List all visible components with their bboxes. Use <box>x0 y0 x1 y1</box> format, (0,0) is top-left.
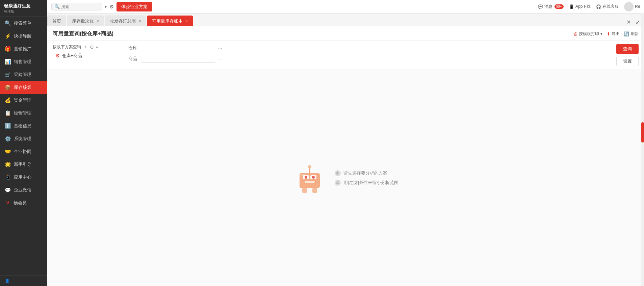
sidebar-bottom[interactable]: 👤 <box>0 276 47 286</box>
sidebar-logo: 畅康通好生意 标准版 <box>0 0 47 17</box>
print-dropdown-icon[interactable]: ▾ <box>600 32 602 36</box>
filter-fields: 仓库 ··· 商品 ··· <box>124 44 612 63</box>
export-btn[interactable]: ⬆ 导出 <box>607 31 620 37</box>
sidebar-item-inventory[interactable]: 📦 库存核算 <box>0 81 47 94</box>
trial-btn[interactable]: 体验行业方案 <box>117 2 152 11</box>
username: Rit <box>635 4 640 9</box>
sidebar-item-label: 经营管理 <box>14 110 31 116</box>
add-scheme-icon[interactable]: ＋ <box>83 44 88 50</box>
app-download-label: App下载 <box>575 4 591 9</box>
product-input[interactable] <box>141 55 215 63</box>
online-service-btn[interactable]: 🎧 在线客服 <box>596 4 619 9</box>
tab-label: 可用量库存账本 <box>152 18 183 24</box>
product-dots[interactable]: ··· <box>218 56 222 61</box>
tab-close-icon[interactable]: × <box>139 19 141 24</box>
robot-svg <box>293 161 327 195</box>
clipboard-icon: 📋 <box>5 110 11 116</box>
search-box[interactable]: 🔍 <box>51 3 102 10</box>
tab-close-icon[interactable]: × <box>97 19 99 24</box>
sidebar-item-member[interactable]: V 畅会员 <box>0 197 47 209</box>
sidebar-item-label: 资金管理 <box>14 97 31 103</box>
tabs-actions: ✕ ⤢ <box>622 18 644 26</box>
search-input[interactable] <box>61 4 95 9</box>
filter-row-warehouse: 仓库 ··· <box>128 44 608 52</box>
app-download-btn[interactable]: 📱 App下载 <box>569 4 591 9</box>
hint-num-1: ① <box>335 170 341 176</box>
chart-icon: 📊 <box>5 59 11 65</box>
sidebar-item-label: 新手引导 <box>14 161 31 167</box>
sidebar-item-marketing[interactable]: 🎁 营销推广 <box>0 43 47 55</box>
hint-text-1: 请先选择要分析的方案 <box>343 170 387 176</box>
page-header: 可用量查询(按仓库+商品) 🖨 按模板打印 ▾ ⬆ 导出 🔄 刷新 <box>47 26 644 41</box>
phone-icon: 📱 <box>5 174 11 180</box>
info-icon: ℹ️ <box>5 123 11 129</box>
phone-icon: 📱 <box>569 4 574 9</box>
sidebar-item-label: 库存核算 <box>14 84 31 90</box>
page-header-actions: 🖨 按模板打印 ▾ ⬆ 导出 🔄 刷新 <box>573 31 639 37</box>
star-icon: 🌟 <box>5 161 11 167</box>
refresh-btn[interactable]: 🔄 刷新 <box>624 31 639 37</box>
message-btn[interactable]: 💬 消息 99+ <box>538 4 564 9</box>
warehouse-label: 仓库 <box>128 45 138 51</box>
filter-settings-btn[interactable]: 设置 <box>616 56 639 66</box>
sidebar-item-ops[interactable]: 📋 经营管理 <box>0 107 47 120</box>
gear-icon: ⚙️ <box>5 136 11 142</box>
right-scrollbar[interactable] <box>641 13 644 286</box>
warehouse-dots[interactable]: ··· <box>218 45 222 51</box>
scheme-label: 仓库+商品 <box>62 53 82 59</box>
settings-icon[interactable]: ⚙ <box>109 4 114 10</box>
close-all-tabs-btn[interactable]: ✕ <box>625 18 632 26</box>
sidebar-item-system[interactable]: ⚙️ 系统管理 <box>0 132 47 145</box>
scheme-settings-icon[interactable]: ⊙ <box>90 44 94 50</box>
query-btn[interactable]: 查询 <box>616 44 639 54</box>
sidebar-item-corp[interactable]: 🤝 企业协同 <box>0 145 47 158</box>
sidebar-item-sales[interactable]: 📊 销售管理 <box>0 55 47 68</box>
dropdown-arrow[interactable]: ▾ <box>105 4 107 9</box>
sidebar-item-basic[interactable]: ℹ️ 基础信息 <box>0 120 47 132</box>
sidebar-item-guide[interactable]: 🌟 新手引导 <box>0 158 47 171</box>
main-area: 🔍 ▾ ⚙ 体验行业方案 💬 消息 99+ 📱 App下载 🎧 在线客服 Rit <box>47 0 644 286</box>
sidebar-item-apps[interactable]: 📱 应用中心 <box>0 171 47 184</box>
empty-state: ① 请先选择要分析的方案 ② 用[过滤]条件来缩小分析范围 <box>47 70 644 286</box>
handshake-icon: 🤝 <box>5 149 11 155</box>
filter-row-product: 商品 ··· <box>128 55 608 63</box>
tab-home[interactable]: 首页 <box>47 16 66 26</box>
svg-rect-5 <box>305 181 315 183</box>
scheme-item-warehouse-product[interactable]: ⚙ 仓库+商品 <box>53 51 115 60</box>
maximize-btn[interactable]: ⤢ <box>634 18 641 26</box>
message-label: 消息 <box>544 4 552 9</box>
sidebar: 畅康通好生意 标准版 🔍 搜索菜单 ⚡ 快捷导航 🎁 营销推广 📊 销售管理 🛒… <box>0 0 47 286</box>
page-title: 可用量查询(按仓库+商品) <box>53 30 113 37</box>
message-badge: 99+ <box>555 4 564 9</box>
product-label: 商品 <box>128 56 138 62</box>
sidebar-item-quick-nav[interactable]: ⚡ 快捷导航 <box>0 30 47 43</box>
tab-close-icon[interactable]: × <box>185 19 188 24</box>
cart-icon: 🛒 <box>5 72 11 78</box>
sidebar-item-label: 基础信息 <box>14 123 31 129</box>
sidebar-item-label: 系统管理 <box>14 136 31 142</box>
print-btn[interactable]: 🖨 按模板打印 ▾ <box>573 31 602 37</box>
sidebar-scroll: 🔍 搜索菜单 ⚡ 快捷导航 🎁 营销推广 📊 销售管理 🛒 采购管理 📦 库存核… <box>0 17 47 276</box>
export-label: 导出 <box>612 31 620 37</box>
svg-point-3 <box>305 176 307 179</box>
sidebar-item-finance[interactable]: 💰 资金管理 <box>0 94 47 107</box>
sidebar-item-label: 应用中心 <box>14 174 31 180</box>
online-service-label: 在线客服 <box>602 4 619 9</box>
filter-section-label: 按以下方案查询 ＋ ⊙ « <box>53 44 115 50</box>
collapse-icon[interactable]: « <box>96 44 99 50</box>
empty-hint-1: ① 请先选择要分析的方案 <box>335 170 398 176</box>
sidebar-item-search[interactable]: 🔍 搜索菜单 <box>0 17 47 30</box>
tab-available-qty[interactable]: 可用量库存账本 × <box>147 16 193 26</box>
warehouse-input[interactable] <box>141 44 215 52</box>
scheme-icon: ⚙ <box>55 53 60 59</box>
headset-icon: 🎧 <box>596 4 601 9</box>
svg-rect-8 <box>302 188 307 193</box>
sidebar-item-purchase[interactable]: 🛒 采购管理 <box>0 68 47 81</box>
lightning-icon: ⚡ <box>5 33 11 39</box>
user-avatar[interactable]: Rit <box>624 2 640 11</box>
sidebar-bottom-icon: 👤 <box>5 279 10 283</box>
tab-batch-account[interactable]: 库存批次账 × <box>67 16 104 26</box>
tab-label: 收发存汇总表 <box>110 18 136 24</box>
sidebar-item-wechat[interactable]: 💬 企业微信 <box>0 184 47 197</box>
tab-collect-total[interactable]: 收发存汇总表 × <box>105 16 146 26</box>
